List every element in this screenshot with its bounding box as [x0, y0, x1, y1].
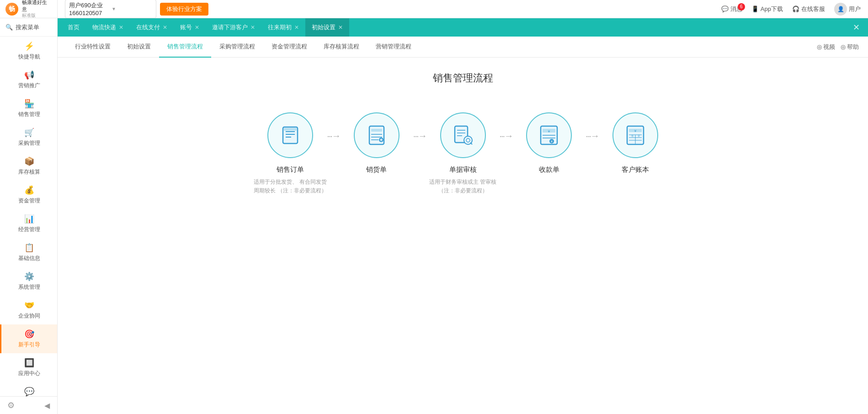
action-视频[interactable]: ◎ 视频	[817, 43, 835, 51]
app-edition: 标准版	[22, 12, 52, 19]
nav-tab-label: 首页	[68, 23, 80, 32]
flow-label-sales-order: 销售订单	[277, 165, 304, 174]
content-area: 销售管理流程 销售订单适用于分批发货、 有合同发货周期较长 （注：非必要流程）·…	[58, 58, 868, 209]
message-button[interactable]: 💬 消息 6	[721, 5, 742, 13]
page-title: 销售管理流程	[76, 71, 850, 85]
trial-button[interactable]: 体验行业方案	[160, 3, 208, 16]
flow-diagram: 销售订单适用于分批发货、 有合同发货周期较长 （注：非必要流程）···→ 销货单…	[76, 112, 850, 195]
action-帮助[interactable]: ◎ 帮助	[841, 43, 859, 51]
sidebar-item-sales[interactable]: 🏪销售管理	[0, 94, 57, 123]
sub-tab-资金管理流程[interactable]: 资金管理流程	[263, 37, 315, 58]
app-logo-icon: 畅	[5, 3, 18, 16]
user-menu[interactable]: 👤 用户	[834, 3, 861, 16]
svg-text:借: 借	[631, 134, 633, 137]
nav-tab-close[interactable]: ✕	[294, 24, 299, 31]
flow-label-receipt: 收款单	[539, 165, 559, 174]
online-service-button[interactable]: 🎧 在线客服	[792, 5, 825, 13]
sidebar-item-finance[interactable]: 💰资金管理	[0, 180, 57, 209]
sidebar-label-operation: 经营管理	[18, 226, 40, 234]
sidebar-item-base-info[interactable]: 📋基础信息	[0, 238, 57, 267]
sub-tab-销售管理流程[interactable]: 销售管理流程	[159, 37, 211, 58]
collapse-icon[interactable]: ◀	[44, 401, 50, 410]
nav-tab-label: 账号	[180, 23, 192, 32]
nav-tab-label: 邀请下游客户	[212, 23, 248, 32]
nav-tab-label: 初始设置	[312, 23, 335, 32]
sub-tab-库存核算流程[interactable]: 库存核算流程	[315, 37, 367, 58]
header-right: 💬 消息 6 📱 App下载 🎧 在线客服 👤 用户	[721, 3, 861, 16]
flow-item-sales-order[interactable]: 销售订单适用于分批发货、 有合同发货周期较长 （注：非必要流程）	[254, 112, 327, 195]
sidebar-icon-sales: 🏪	[24, 99, 34, 109]
sidebar-item-enterprise-wechat[interactable]: 💬企业微信	[0, 382, 57, 396]
nav-tab-物流快递[interactable]: 物流快递✕	[86, 18, 130, 37]
sidebar-items: ⚡快捷导航📢营销推广🏪销售管理🛒采购管理📦库存核算💰资金管理📊经营管理📋基础信息…	[0, 37, 57, 396]
sidebar-label-app-center: 应用中心	[18, 370, 40, 377]
circle-icon: ◎	[817, 43, 822, 50]
sidebar-item-app-center[interactable]: 🔲应用中心	[0, 353, 57, 382]
sidebar-item-inventory[interactable]: 📦库存核算	[0, 152, 57, 180]
flow-label-document-review: 单据审核	[449, 165, 477, 174]
flow-item-document-review[interactable]: 单据审核适用于财务审核或主 管审核 （注：非必要流程）	[426, 112, 500, 195]
sidebar-item-new-guide[interactable]: 🎯新手引导	[0, 324, 57, 353]
sidebar-item-system[interactable]: ⚙️系统管理	[0, 267, 57, 296]
nav-tab-close[interactable]: ✕	[338, 24, 343, 31]
search-icon: 🔍	[5, 24, 13, 31]
nav-tab-close[interactable]: ✕	[119, 24, 123, 31]
sidebar-bottom: ⚙ ◀	[0, 396, 57, 414]
sidebar-item-operation[interactable]: 📊经营管理	[0, 209, 57, 238]
sidebar-logo: 畅 畅康通好生意 标准版	[0, 0, 57, 18]
flow-label-sales-invoice: 销货单	[366, 165, 387, 174]
settings-icon[interactable]: ⚙	[7, 400, 15, 410]
sub-tab-行业特性设置[interactable]: 行业特性设置	[67, 37, 119, 58]
sidebar-icon-base-info: 📋	[24, 243, 34, 253]
flow-arrow-1: ···→	[327, 112, 340, 141]
flow-circle-document-review	[440, 112, 486, 158]
svg-text:¥: ¥	[634, 129, 637, 133]
sidebar-search[interactable]: 🔍 搜索菜单	[0, 18, 57, 37]
flow-circle-customer-account: ¥ 借 贷	[612, 112, 658, 158]
flow-arrow-4: ···→	[586, 112, 599, 141]
nav-tabs: 首页物流快递✕在线支付✕账号✕邀请下游客户✕往来期初✕初始设置✕✕	[58, 18, 868, 37]
user-select[interactable]: 用户690企业1660120507 ▼	[65, 0, 156, 18]
svg-line-19	[470, 143, 472, 144]
sub-tab-采购管理流程[interactable]: 采购管理流程	[211, 37, 263, 58]
flow-item-receipt[interactable]: ¥ ¥ 收款单	[512, 112, 586, 178]
flow-item-customer-account[interactable]: ¥ 借 贷 客户账本	[599, 112, 672, 178]
app-download-button[interactable]: 📱 App下载	[751, 5, 783, 13]
flow-desc-document-review: 适用于财务审核或主 管审核 （注：非必要流程）	[426, 178, 500, 195]
sidebar-icon-app-center: 🔲	[24, 358, 34, 368]
sidebar-icon-operation: 📊	[24, 214, 34, 224]
sidebar-icon-enterprise: 🤝	[24, 300, 34, 310]
flow-desc-sales-order: 适用于分批发货、 有合同发货周期较长 （注：非必要流程）	[254, 178, 327, 195]
sidebar-item-quick-nav[interactable]: ⚡快捷导航	[0, 37, 57, 65]
sub-tab-初始设置[interactable]: 初始设置	[119, 37, 159, 58]
user-select-text: 用户690企业1660120507	[69, 1, 110, 16]
svg-text:贷: 贷	[637, 134, 639, 137]
nav-tab-label: 物流快递	[92, 23, 116, 32]
sub-tabs-actions: ◎ 视频◎ 帮助	[817, 43, 859, 51]
svg-rect-6	[371, 129, 382, 132]
sidebar-label-system: 系统管理	[18, 283, 40, 291]
nav-tab-close[interactable]: ✕	[195, 24, 199, 31]
sidebar-label-inventory: 库存核算	[18, 168, 40, 176]
sidebar-item-enterprise[interactable]: 🤝企业协同	[0, 296, 57, 324]
sidebar-label-enterprise: 企业协同	[18, 312, 40, 320]
sidebar-item-purchase[interactable]: 🛒采购管理	[0, 123, 57, 152]
nav-tab-账号[interactable]: 账号✕	[174, 18, 206, 37]
sub-tab-营销管理流程[interactable]: 营销管理流程	[367, 37, 420, 58]
sidebar-label-base-info: 基础信息	[18, 255, 40, 262]
nav-tab-close[interactable]: ✕	[163, 24, 167, 31]
nav-tab-首页[interactable]: 首页	[61, 18, 86, 37]
nav-tab-在线支付[interactable]: 在线支付✕	[130, 18, 174, 37]
sub-tabs: 行业特性设置初始设置销售管理流程采购管理流程资金管理流程库存核算流程营销管理流程…	[58, 37, 868, 58]
svg-text:¥: ¥	[548, 129, 550, 133]
nav-tab-邀请下游客户[interactable]: 邀请下游客户✕	[206, 18, 261, 37]
sidebar-item-marketing[interactable]: 📢营销推广	[0, 65, 57, 94]
nav-tab-close[interactable]: ✕	[250, 24, 255, 31]
sidebar-icon-enterprise-wechat: 💬	[24, 387, 34, 396]
nav-tab-往来期初[interactable]: 往来期初✕	[261, 18, 305, 37]
nav-tab-初始设置[interactable]: 初始设置✕	[305, 18, 349, 37]
sidebar-icon-quick-nav: ⚡	[24, 41, 34, 51]
nav-tab-label: 往来期初	[268, 23, 292, 32]
flow-item-sales-invoice[interactable]: 销货单	[340, 112, 413, 178]
nav-close-all[interactable]: ✕	[848, 22, 864, 32]
